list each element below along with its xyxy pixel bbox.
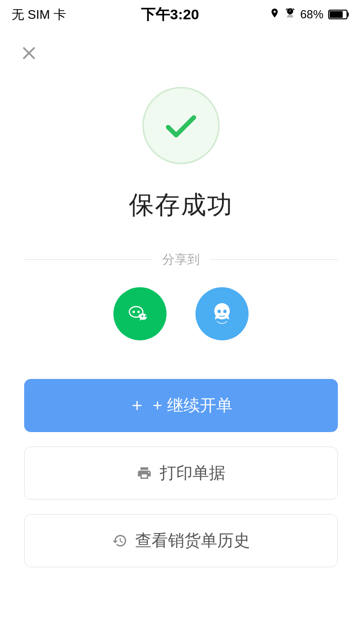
svg-point-6 xyxy=(133,311,135,313)
history-icon xyxy=(112,533,127,548)
svg-point-11 xyxy=(223,310,227,313)
divider-right xyxy=(209,259,338,260)
main-content: 保存成功 分享到 xyxy=(0,68,362,644)
status-time: 下午3:20 xyxy=(141,5,199,25)
success-title: 保存成功 xyxy=(129,188,233,222)
wechat-share-button[interactable] xyxy=(113,287,167,340)
close-button[interactable] xyxy=(14,39,43,68)
status-right: 68% xyxy=(269,8,350,21)
print-icon xyxy=(137,465,152,481)
history-button-label: 查看销货单历史 xyxy=(135,530,250,552)
history-button[interactable]: 查看销货单历史 xyxy=(24,514,338,567)
plus-icon xyxy=(129,398,145,413)
continue-button-label: + 继续开单 xyxy=(153,394,232,417)
svg-point-8 xyxy=(141,315,143,317)
share-icons-row xyxy=(113,287,249,340)
location-icon xyxy=(269,8,280,21)
status-left: 无 SIM 卡 xyxy=(12,6,71,23)
battery-icon xyxy=(328,9,350,20)
svg-point-9 xyxy=(145,315,147,317)
share-divider-row: 分享到 xyxy=(24,251,338,268)
svg-rect-2 xyxy=(330,11,343,18)
print-button[interactable]: 打印单据 xyxy=(24,447,338,500)
carrier-text: 无 SIM 卡 xyxy=(12,6,66,23)
checkmark-icon xyxy=(162,106,200,145)
success-icon-circle xyxy=(142,87,220,164)
status-bar: 无 SIM 卡 下午3:20 68% xyxy=(0,0,362,29)
continue-button[interactable]: + 继续开单 xyxy=(24,379,338,432)
share-label: 分享到 xyxy=(153,251,209,268)
svg-point-7 xyxy=(138,311,140,313)
svg-point-10 xyxy=(218,310,221,313)
qq-icon xyxy=(208,299,237,328)
wechat-icon xyxy=(125,299,154,328)
alarm-icon xyxy=(285,8,295,21)
print-button-label: 打印单据 xyxy=(160,462,225,484)
qq-share-button[interactable] xyxy=(195,287,249,340)
battery-text: 68% xyxy=(300,8,323,21)
divider-left xyxy=(24,259,153,260)
